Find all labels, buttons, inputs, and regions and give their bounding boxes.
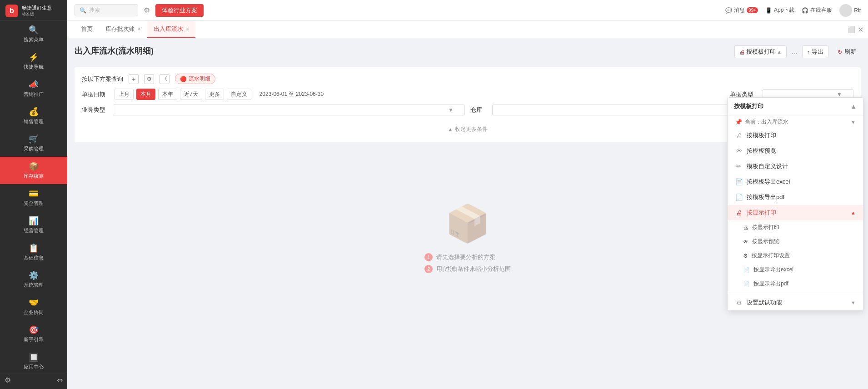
date-range: 2023-06-01 至 2023-06-30: [257, 89, 326, 100]
filter-collapse-btn[interactable]: 《: [160, 74, 170, 84]
print-dropdown-panel: 按模板打印 ▲ 📌 当前：出入库流水 ▼ 🖨 按模板打印 👁 按模板预览: [727, 97, 863, 311]
date-more[interactable]: 更多: [205, 89, 224, 100]
dropdown-item-display-export-excel[interactable]: 📄 按显示导出excel: [728, 263, 863, 277]
sidebar-item-purchase[interactable]: 🛒 采购管理: [0, 130, 67, 157]
date-last7[interactable]: 近7天: [180, 89, 202, 100]
display-print-section-header[interactable]: 🖨 按显示打印 ▲: [728, 205, 863, 220]
empty-step-2: 2 用[过滤]条件来缩小分析范围: [424, 265, 510, 273]
filter-settings-btn[interactable]: ⚙: [144, 74, 154, 84]
dropdown-item-display-print[interactable]: 🖨 按显示打印: [728, 220, 863, 234]
dropdown-header-actions: ▲: [850, 103, 857, 110]
topbar-search[interactable]: 🔍 搜索: [75, 4, 138, 16]
online-service-btn[interactable]: 🎧 在线客服: [802, 6, 832, 14]
tab-inout-flow-close[interactable]: ×: [186, 26, 189, 32]
sales-icon: 💰: [29, 107, 39, 117]
date-label: 单据日期: [82, 90, 109, 99]
sidebar-item-operations[interactable]: 📊 经营管理: [0, 211, 67, 239]
filter-tag[interactable]: 🔴 流水明细: [175, 74, 215, 84]
display-section-chevron[interactable]: ▲: [851, 210, 856, 215]
headset-icon: 🎧: [802, 7, 808, 14]
page-title: 出入库流水(流水明细): [75, 45, 154, 56]
sidebar-item-label: 系统管理: [24, 282, 44, 289]
collapse-sidebar-icon[interactable]: ⇔: [57, 376, 63, 384]
current-chevron[interactable]: ▼: [851, 120, 856, 125]
filter-label: 按以下方案查询: [82, 75, 123, 83]
sidebar-item-label: 营销推广: [24, 91, 44, 98]
step-1-label: 请先选择要分析的方案: [436, 253, 495, 261]
sidebar-item-label: 企业协同: [24, 309, 44, 316]
filter-collapse-icon: 《: [162, 75, 167, 83]
filter-add-btn[interactable]: +: [129, 74, 139, 84]
refresh-icon: ↻: [838, 49, 843, 55]
dropdown-item-display-preview[interactable]: 👁 按显示预览: [728, 234, 863, 249]
dropdown-item-set-default[interactable]: ⚙ 设置默认功能 ▼: [728, 295, 863, 310]
template-custom-icon: ✏: [735, 163, 743, 170]
user-name: Rit: [854, 7, 861, 14]
trial-btn[interactable]: 体验行业方案: [155, 4, 204, 17]
dropdown-header: 按模板打印 ▲: [728, 98, 863, 115]
action-more-btn[interactable]: ...: [791, 48, 797, 56]
sidebar-item-finance[interactable]: 💳 资金管理: [0, 184, 67, 211]
set-default-icon: ⚙: [735, 299, 743, 306]
print-label: 按模板打印: [746, 48, 776, 56]
set-default-label: 设置默认功能: [747, 299, 782, 307]
filter-tag-label: 流水明细: [189, 75, 210, 83]
dropdown-item-template-print[interactable]: 🖨 按模板打印: [728, 128, 863, 143]
sidebar-item-cooperation[interactable]: 🤝 企业协同: [0, 293, 67, 320]
content-area: 出入库流水(流水明细) 🖨 按模板打印 ▲ ... ↑ 导出 ↻ 刷新: [67, 38, 868, 389]
sidebar-item-inventory[interactable]: 📦 库存核算: [0, 157, 67, 184]
export-label: 导出: [812, 48, 823, 56]
filter-settings-icon: ⚙: [147, 76, 152, 82]
settings-bottom-icon[interactable]: ⚙: [5, 376, 11, 384]
tab-batch-account-close[interactable]: ×: [138, 26, 141, 32]
date-last-month[interactable]: 上月: [115, 89, 134, 100]
sidebar-item-search[interactable]: 🔍 搜索菜单: [0, 20, 67, 48]
display-preview-label: 按显示预览: [752, 238, 779, 245]
refresh-btn[interactable]: ↻ 刷新: [833, 46, 861, 58]
set-default-chevron: ▼: [851, 300, 856, 305]
sidebar-item-sales[interactable]: 💰 销售管理: [0, 102, 67, 130]
sidebar: b 畅捷通好生意 标准版 🔍 搜索菜单 ⚡ 快捷导航 📣 营销推广 💰 销售管理…: [0, 0, 67, 389]
avatar: [839, 4, 852, 17]
template-export-excel-icon: 📄: [735, 178, 743, 185]
sidebar-item-apps[interactable]: 🔲 应用中心: [0, 348, 67, 371]
dropdown-item-template-export-excel[interactable]: 📄 按模板导出excel: [728, 174, 863, 190]
tab-expand-icon[interactable]: ⬜: [848, 26, 855, 33]
user-profile-btn[interactable]: Rit: [839, 4, 861, 17]
biz-type-select[interactable]: ▼: [113, 105, 465, 115]
sidebar-item-label: 基础信息: [24, 254, 44, 261]
message-btn[interactable]: 💬 消息 99+: [725, 6, 758, 14]
print-btn[interactable]: 🖨 按模板打印 ▲: [734, 45, 787, 58]
action-bar: 🖨 按模板打印 ▲ ... ↑ 导出 ↻ 刷新: [734, 45, 861, 58]
export-btn[interactable]: ↑ 导出: [802, 45, 829, 58]
collapse-conditions-btn[interactable]: ▲ 收起更多条件: [448, 123, 488, 136]
dropdown-chevron-up[interactable]: ▲: [850, 103, 857, 110]
tab-close-all-icon[interactable]: ✕: [858, 25, 863, 34]
sidebar-item-marketing[interactable]: 📣 营销推广: [0, 75, 67, 102]
app-download-btn[interactable]: 📱 App下载: [765, 6, 794, 14]
tab-batch-account[interactable]: 库存批次账 ×: [99, 21, 147, 38]
sidebar-item-basic[interactable]: 📋 基础信息: [0, 239, 67, 266]
doc-type-chevron: ▼: [837, 91, 842, 98]
date-this-month[interactable]: 本月: [136, 89, 155, 100]
date-this-year[interactable]: 本年: [158, 89, 177, 100]
dropdown-item-display-print-settings[interactable]: ⚙ 按显示打印设置: [728, 249, 863, 263]
sidebar-item-quick-nav[interactable]: ⚡ 快捷导航: [0, 48, 67, 75]
tab-inout-flow[interactable]: 出入库流水 ×: [147, 21, 195, 38]
display-export-excel-icon: 📄: [743, 267, 750, 273]
inventory-icon: 📦: [29, 161, 39, 171]
sidebar-item-label: 快捷导航: [24, 64, 44, 70]
dropdown-item-template-export-pdf[interactable]: 📄 按模板导出pdf: [728, 190, 863, 205]
topbar-gear-icon[interactable]: ⚙: [144, 6, 150, 15]
sidebar-logo: b 畅捷通好生意 标准版: [0, 0, 67, 20]
date-custom[interactable]: 自定义: [227, 89, 251, 100]
sidebar-item-label: 新手引导: [24, 336, 44, 343]
app-name: 畅捷通好生意: [22, 5, 52, 11]
sidebar-item-system[interactable]: ⚙️ 系统管理: [0, 266, 67, 293]
sidebar-item-guide[interactable]: 🎯 新手引导: [0, 320, 67, 348]
tab-home[interactable]: 首页: [75, 21, 99, 38]
dropdown-item-template-preview[interactable]: 👁 按模板预览: [728, 143, 863, 159]
dropdown-item-template-custom[interactable]: ✏ 模板自定义设计: [728, 159, 863, 174]
template-print-icon: 🖨: [735, 132, 743, 139]
dropdown-item-display-export-pdf[interactable]: 📄 按显示导出pdf: [728, 277, 863, 291]
